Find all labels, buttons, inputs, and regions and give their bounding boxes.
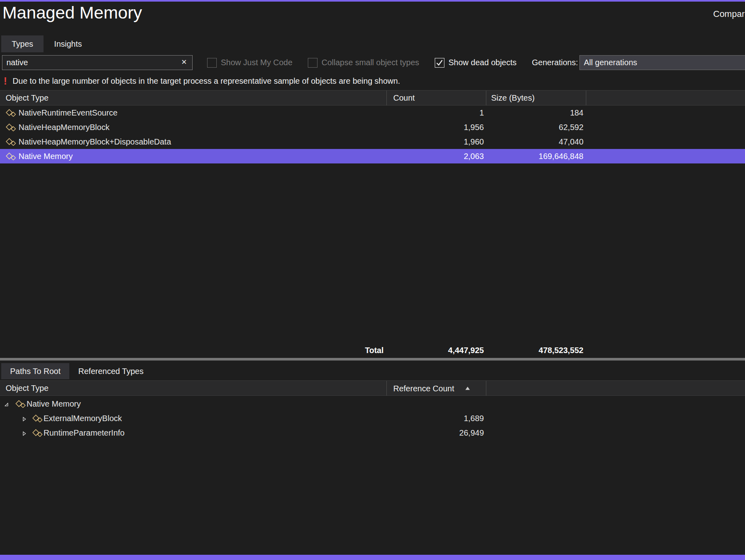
row-reference-count: 1,689	[387, 411, 484, 426]
generations-dropdown[interactable]: All generations	[579, 55, 745, 70]
checkbox-collapse-small-object-types[interactable]: Collapse small object types	[308, 55, 419, 70]
window-accent-bottom	[0, 555, 745, 560]
tab-types[interactable]: Types	[1, 35, 44, 52]
class-icon	[6, 152, 16, 160]
column-header-empty	[486, 381, 745, 396]
column-header-empty	[586, 91, 745, 105]
checkbox-label: Show dead objects	[448, 58, 517, 67]
pane-splitter[interactable]	[0, 358, 745, 361]
column-header-object-type[interactable]: Object Type	[0, 381, 387, 396]
table-row[interactable]: NativeHeapMemoryBlock 1,956 62,592	[0, 120, 745, 134]
column-header-object-type[interactable]: Object Type	[0, 91, 387, 105]
checkbox-show-just-my-code[interactable]: Show Just My Code	[207, 55, 293, 70]
total-count: 4,447,925	[387, 343, 484, 357]
row-size: 169,646,848	[486, 149, 583, 163]
page-title: Managed Memory	[2, 3, 142, 23]
tab-insights[interactable]: Insights	[44, 35, 92, 52]
checkbox-box-icon	[308, 58, 318, 68]
column-header-count[interactable]: Count	[387, 91, 486, 105]
window-accent-top	[0, 0, 745, 2]
class-icon	[6, 109, 16, 117]
table-row[interactable]: NativeRuntimeEventSource 1 184	[0, 105, 745, 120]
main-tab-strip: Types Insights	[1, 35, 92, 52]
row-size: 47,040	[486, 134, 583, 149]
table-row-selected[interactable]: Native Memory 2,063 169,646,848	[0, 149, 745, 163]
managed-memory-window: Managed Memory Compare Types Insights ✕ …	[0, 0, 745, 560]
total-label: Total	[282, 343, 384, 357]
total-row: Total 4,447,925 478,523,552	[0, 343, 745, 357]
table-row[interactable]: NativeHeapMemoryBlock+DisposableData 1,9…	[0, 134, 745, 149]
total-size: 478,523,552	[486, 343, 583, 357]
row-count: 1	[387, 105, 484, 120]
checkbox-show-dead-objects[interactable]: Show dead objects	[435, 55, 517, 70]
row-reference-count: 26,949	[387, 426, 484, 440]
checkbox-check-icon	[435, 58, 444, 68]
row-object-type: NativeRuntimeEventSource	[19, 105, 118, 120]
row-count: 1,956	[387, 120, 484, 134]
row-object-type: NativeHeapMemoryBlock+DisposableData	[19, 134, 171, 149]
row-object-type: ExternalMemoryBlock	[44, 411, 122, 426]
type-filter-box: ✕	[2, 55, 193, 70]
checkbox-label: Collapse small object types	[322, 58, 419, 67]
column-header-reference-count[interactable]: Reference Count	[387, 381, 486, 396]
row-count: 2,063	[387, 149, 484, 163]
class-icon	[15, 400, 26, 408]
checkbox-label: Show Just My Code	[221, 58, 293, 67]
compare-button[interactable]: Compare	[713, 9, 745, 19]
class-icon	[32, 414, 43, 422]
tree-row[interactable]: Native Memory	[0, 397, 745, 411]
expand-tree-icon[interactable]	[21, 415, 27, 422]
tab-referenced-types[interactable]: Referenced Types	[69, 363, 152, 379]
warning-icon: !	[4, 76, 7, 86]
search-input[interactable]	[2, 56, 192, 70]
class-icon	[6, 138, 16, 146]
object-types-header: Object Type Count Size (Bytes)	[0, 90, 745, 105]
filter-toolbar: ✕ Show Just My Code Collapse small objec…	[0, 55, 745, 70]
sort-ascending-icon	[465, 381, 471, 396]
warning-text: Due to the large number of objects in th…	[12, 76, 400, 86]
row-size: 62,592	[486, 120, 583, 134]
row-object-type: Native Memory	[19, 149, 73, 163]
paths-to-root-header: Object Type Reference Count	[0, 380, 745, 396]
bottom-tab-strip: Paths To Root Referenced Types	[1, 363, 152, 379]
row-object-type: NativeHeapMemoryBlock	[19, 120, 110, 134]
checkbox-box-icon	[207, 58, 217, 68]
row-object-type: RuntimeParameterInfo	[44, 426, 125, 440]
tree-row[interactable]: RuntimeParameterInfo 26,949	[0, 426, 745, 440]
expand-tree-icon[interactable]	[21, 430, 27, 436]
row-count: 1,960	[387, 134, 484, 149]
row-object-type: Native Memory	[27, 397, 81, 411]
collapse-tree-icon[interactable]	[3, 401, 10, 407]
generations-selected-value: All generations	[584, 58, 637, 67]
sampling-warning: ! Due to the large number of objects in …	[4, 75, 400, 87]
class-icon	[6, 123, 16, 131]
tree-row[interactable]: ExternalMemoryBlock 1,689	[0, 411, 745, 426]
row-size: 184	[486, 105, 583, 120]
column-header-size[interactable]: Size (Bytes)	[486, 91, 586, 105]
generations-label: Generations:	[532, 55, 578, 70]
clear-search-icon[interactable]: ✕	[181, 59, 187, 66]
tab-paths-to-root[interactable]: Paths To Root	[1, 363, 69, 379]
class-icon	[32, 429, 43, 437]
reference-count-label: Reference Count	[393, 384, 454, 393]
